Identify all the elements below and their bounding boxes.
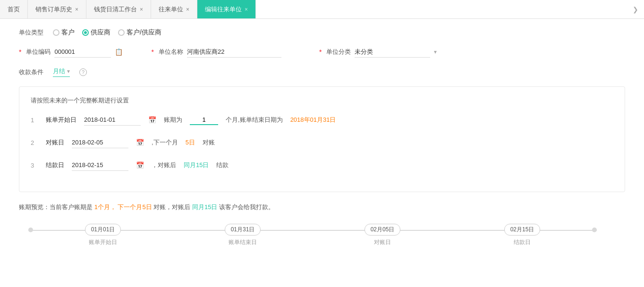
period-2-pre: ,下一个月 [152, 138, 178, 147]
period-1-suffix-pre: 账期为 [164, 116, 182, 124]
section-title: 请按照未来的一个完整帐期进行设置 [31, 96, 613, 105]
unit-name-group: * 单位名称 [151, 46, 281, 58]
period-label-3: 结款日 [46, 161, 64, 169]
timeline-node-4: 02月15日 [504, 224, 541, 236]
radio-customer-label: 客户 [61, 28, 75, 37]
timeline-label-1: 01月01日 [85, 224, 121, 236]
tab-sales-history[interactable]: 销售订单历史 × [28, 0, 86, 18]
radio-both-label: 客户/供应商 [127, 28, 161, 37]
unit-name-input[interactable] [187, 46, 281, 58]
timeline-sublabels: 账单开始日 账单结束日 对账日 结款日 [28, 238, 597, 246]
timeline-sublabel-2: 账单结束日 [224, 238, 262, 246]
payment-date-input[interactable] [72, 160, 128, 171]
reconcile-date-input[interactable] [72, 137, 128, 148]
radio-supplier-circle [82, 29, 89, 36]
tab-edit-partner-label: 编辑往来单位 [205, 5, 242, 14]
timeline-start-dot [28, 228, 33, 232]
preview-prefix: 账期预览：当前客户账期是 [19, 203, 93, 211]
timeline-row: 01月01日 01月31日 02月05日 02月15日 [28, 224, 597, 236]
tab-edit-partner-close[interactable]: × [245, 6, 248, 13]
period-label-2: 对账日 [46, 138, 64, 147]
period-row-1: 1 账单开始日 📅 账期为 个月,账单结束日期为 2018年01月31日 [31, 114, 613, 126]
timeline-label-3: 02月05日 [364, 224, 401, 236]
unit-category-dropdown-icon[interactable]: ▾ [434, 49, 437, 55]
tab-home-label: 首页 [8, 5, 20, 14]
preview-part2: 下一个月5日 [118, 203, 152, 211]
payment-dropdown-icon[interactable]: ▾ [67, 68, 70, 75]
period-3-pre: ，对账后 [152, 161, 176, 169]
unit-code-label: 单位编码 [26, 48, 51, 56]
period-num-3: 3 [31, 162, 38, 169]
period-2-day: 5日 [186, 138, 195, 147]
tab-sales-history-close[interactable]: × [75, 6, 78, 13]
month-input[interactable] [190, 115, 218, 125]
timeline-node-3: 02月05日 [364, 224, 401, 236]
period-label-1: 账单开始日 [46, 116, 76, 124]
tab-home[interactable]: 首页 [0, 0, 28, 18]
tabs-bar: 首页 销售订单历史 × 钱货日清工作台 × 往来单位 × 编辑往来单位 × ❯ [0, 0, 644, 19]
timeline-dot-end [592, 228, 597, 232]
payment-row: 收款条件 月结 ▾ ? [19, 67, 625, 77]
payment-value: 月结 [53, 67, 65, 76]
unit-category-required: * [319, 48, 322, 56]
unit-category-group: * 单位分类 ▾ [319, 46, 437, 58]
tab-partner-close[interactable]: × [186, 6, 189, 13]
tab-partner[interactable]: 往来单位 × [151, 0, 197, 18]
period-section: 请按照未来的一个完整帐期进行设置 1 账单开始日 📅 账期为 个月,账单结束日期… [19, 86, 625, 192]
timeline-dot-start [28, 228, 33, 232]
preview-part3: 同月15日 [192, 203, 217, 211]
payment-help-icon[interactable]: ? [79, 68, 87, 76]
tab-sales-history-label: 销售订单历史 [35, 5, 72, 14]
period-1-suffix-mid: 个月,账单结束日期为 [226, 116, 283, 124]
radio-both-circle [118, 29, 125, 36]
period-2-end: 对账 [203, 138, 215, 147]
unit-type-label: 单位类型 [19, 28, 43, 37]
unit-category-input[interactable] [355, 46, 430, 58]
payment-select[interactable]: 月结 ▾ [53, 67, 70, 77]
period-num-2: 2 [31, 139, 38, 146]
preview-part1: 1个月， [94, 203, 116, 211]
timeline-label-4: 02月15日 [504, 224, 541, 236]
tab-cash-work-label: 钱货日清工作台 [94, 5, 137, 14]
unit-type-radio-group: 客户 供应商 客户/供应商 [53, 28, 161, 37]
radio-supplier[interactable]: 供应商 [82, 28, 110, 37]
start-date-calendar-icon[interactable]: 📅 [148, 116, 156, 124]
timeline-sublabel-3: 对账日 [364, 238, 401, 246]
period-row-2: 2 对账日 📅 ,下一个月 5日 对账 [31, 137, 613, 148]
tab-cash-work[interactable]: 钱货日清工作台 × [86, 0, 151, 18]
period-num-1: 1 [31, 117, 38, 124]
timeline-label-2: 01月31日 [225, 224, 261, 236]
period-3-end: 结款 [216, 161, 229, 169]
timeline-node-2: 01月31日 [225, 224, 261, 236]
unit-code-group: * 单位编码 📋 [19, 46, 123, 58]
preview-part3-end: 该客户会给我打款。 [219, 203, 274, 211]
radio-customer[interactable]: 客户 [53, 28, 75, 37]
timeline-sublabel-1: 账单开始日 [84, 238, 122, 246]
radio-both[interactable]: 客户/供应商 [118, 28, 161, 37]
period-3-day: 同月15日 [184, 161, 209, 169]
tab-edit-partner[interactable]: 编辑往来单位 × [197, 0, 256, 18]
unit-name-label: 单位名称 [159, 48, 183, 56]
radio-supplier-label: 供应商 [91, 28, 110, 37]
preview-part2-end: 对账，对账后 [153, 203, 190, 211]
tab-expand-button[interactable]: ❯ [627, 0, 644, 18]
start-date-input[interactable] [84, 114, 141, 126]
timeline-end-dot [592, 228, 597, 232]
unit-code-copy-icon[interactable]: 📋 [115, 48, 123, 56]
preview-text: 账期预览：当前客户账期是 1个月， 下一个月5日 对账，对账后 同月15日 该客… [19, 202, 625, 212]
timeline-node-1: 01月01日 [85, 224, 121, 236]
unit-type-row: 单位类型 客户 供应商 客户/供应商 [19, 28, 625, 37]
unit-category-label: 单位分类 [326, 48, 351, 56]
payment-date-calendar-icon[interactable]: 📅 [136, 161, 144, 169]
radio-customer-circle [53, 29, 59, 36]
timeline-container: 01月01日 01月31日 02月05日 02月15日 [19, 224, 625, 246]
unit-code-input[interactable] [54, 46, 111, 58]
tab-cash-work-close[interactable]: × [140, 6, 143, 13]
tab-partner-label: 往来单位 [159, 5, 183, 14]
reconcile-date-calendar-icon[interactable]: 📅 [136, 139, 144, 146]
timeline-sublabel-4: 结款日 [503, 238, 541, 246]
unit-code-required: * [19, 48, 21, 56]
payment-label: 收款条件 [19, 68, 43, 76]
main-content: 单位类型 客户 供应商 客户/供应商 * 单位编码 📋 * 单位名称 [0, 19, 644, 287]
unit-name-required: * [151, 48, 153, 56]
